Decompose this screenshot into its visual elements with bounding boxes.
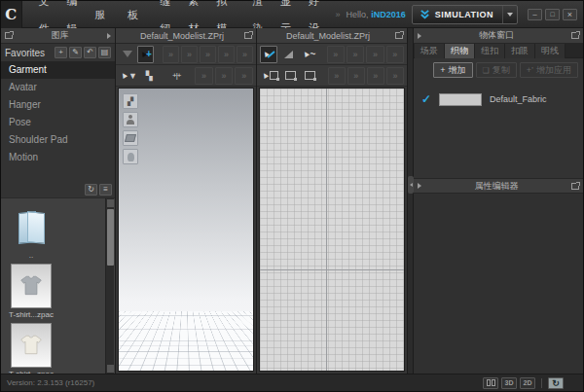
tab-topstitch[interactable]: 明线 [535, 44, 566, 58]
reset-favorite-button[interactable] [84, 47, 96, 58]
title-bar: C 文件 编辑 3D服装 2D板片 缝纫 素材 虚拟模特 渲染 显示 偏好设置 … [1, 1, 583, 28]
file-label: .. [29, 251, 33, 260]
edit-curve-tool-button[interactable] [300, 46, 317, 63]
measure-tool-button[interactable] [167, 67, 186, 85]
list-view-icon[interactable] [99, 184, 112, 196]
select-garment-tool-button[interactable]: ▼ [119, 67, 138, 85]
main-content: 图库 Favorites Garment Avatar Hanger Pose … [1, 28, 583, 374]
edit-favorite-button[interactable] [69, 47, 82, 58]
file-browser-scrollbar[interactable] [105, 198, 114, 374]
property-editor-header: 属性编辑器 [414, 178, 583, 194]
library-item-motion[interactable]: Motion [1, 149, 115, 166]
simulation-dropdown-button[interactable] [502, 6, 517, 23]
tab-fabric[interactable]: 织物 [445, 44, 475, 58]
polygon-icon [270, 71, 278, 80]
close-button[interactable] [563, 9, 577, 20]
show-pattern-button[interactable] [123, 130, 138, 146]
sync-view-button[interactable] [548, 377, 564, 389]
scroll-down-icon[interactable] [107, 365, 114, 373]
split-view-button[interactable] [483, 377, 498, 389]
library-item-pose[interactable]: Pose [1, 114, 115, 131]
show-garment-button[interactable]: ▞ [123, 93, 138, 109]
object-window-title: 物体窗口 [421, 29, 571, 42]
delete-favorite-button[interactable] [98, 47, 111, 58]
simulation-button-main[interactable]: SIMULATION [413, 6, 502, 23]
floor-grid [118, 311, 254, 372]
show-garment-tool-button[interactable]: ▚ [140, 67, 159, 85]
disabled-tool-button [347, 46, 364, 63]
scroll-up-icon[interactable] [107, 199, 114, 207]
viewport-2d-toolbar-row1 [257, 44, 407, 65]
object-window-tabs: 场景 织物 纽扣 扣眼 明线 [414, 44, 583, 58]
collapse-arrow-icon[interactable] [107, 33, 111, 39]
add-fabric-button[interactable]: 增加 [433, 62, 472, 78]
disabled-tool-button [237, 46, 253, 63]
maximize-button[interactable] [545, 9, 560, 20]
tab-button[interactable]: 纽扣 [475, 44, 505, 58]
scrollbar-thumb[interactable] [107, 209, 114, 266]
more-icon [222, 71, 227, 81]
show-head-button[interactable] [123, 149, 138, 164]
head-icon [128, 153, 134, 161]
greeting-prefix: Hello, [347, 10, 369, 19]
tab-buttonhole[interactable]: 扣眼 [505, 44, 535, 58]
create-rectangle-tool-button[interactable] [281, 67, 299, 85]
add-apply-fabric-button: 增加应用 [520, 62, 578, 78]
fabric-list-item[interactable]: Default_Fabric [414, 89, 583, 109]
file-item-parent-folder[interactable]: .. [7, 204, 55, 260]
disabled-tool-button [347, 67, 365, 85]
more-icon [333, 50, 338, 59]
add-apply-label: 增加应用 [536, 64, 571, 77]
viewport-3d-panel: Default_Modelist.ZPrj ▼ ▚ [116, 28, 257, 374]
shirt-icon: ▞ [128, 97, 133, 106]
view-3d-button[interactable]: 3D [501, 377, 517, 389]
add-favorite-button[interactable] [55, 47, 67, 58]
pattern-plane-icon [125, 134, 136, 142]
app-logo[interactable]: C [1, 1, 22, 28]
grid-axis-vertical [326, 89, 327, 371]
library-item-garment[interactable]: Garment [1, 61, 115, 79]
select-move-tool-button[interactable] [137, 46, 154, 63]
disabled-tool-button [366, 46, 383, 63]
view-2d-button[interactable]: 2D [520, 377, 535, 389]
grid-axis-horizontal [260, 269, 404, 270]
rectangle-icon [285, 71, 296, 80]
file-browser: .. T-shirt...zpac T-shirt...zpac [1, 197, 115, 374]
viewport-2d-canvas[interactable] [259, 88, 405, 372]
edit-pattern-tool-button[interactable] [279, 46, 297, 63]
simulate-tool-button[interactable] [119, 46, 135, 63]
disabled-tool-button [235, 67, 253, 85]
create-circle-tool-button[interactable] [301, 67, 318, 85]
library-item-shoulder-pad[interactable]: Shoulder Pad [1, 131, 115, 149]
undock-icon[interactable] [5, 32, 13, 39]
file-item-tshirt-1[interactable]: T-shirt...zpac [7, 264, 55, 319]
undock-icon[interactable] [571, 32, 579, 39]
show-avatar-button[interactable] [123, 112, 138, 127]
simulation-button[interactable]: SIMULATION [412, 5, 518, 24]
simulate-chevrons-icon [420, 9, 430, 19]
more-icon [392, 50, 397, 59]
viewport-3d-header: Default_Modelist.ZPrj [116, 28, 256, 44]
viewport-3d-canvas[interactable]: ▞ [118, 88, 254, 372]
create-polygon-tool-button[interactable] [260, 67, 279, 85]
fabric-swatch[interactable] [439, 93, 482, 106]
undock-icon[interactable] [395, 32, 403, 39]
disabled-tool-button [218, 46, 235, 63]
library-item-avatar[interactable]: Avatar [1, 79, 115, 96]
file-item-tshirt-2[interactable]: T-shirt...zpac [7, 323, 55, 374]
panel-splitter[interactable] [408, 28, 414, 374]
transform-pattern-tool-button[interactable] [260, 46, 277, 63]
undock-icon[interactable] [571, 183, 579, 190]
menu-overflow-icon[interactable] [336, 10, 341, 19]
undock-icon[interactable] [244, 32, 252, 39]
library-item-hanger[interactable]: Hanger [1, 96, 115, 114]
tab-scene[interactable]: 场景 [415, 44, 445, 58]
username: iND2016 [371, 10, 406, 19]
minimize-button[interactable] [528, 9, 542, 20]
refresh-icon[interactable] [85, 184, 97, 196]
disabled-tool-button [215, 67, 234, 85]
splitter-handle-icon[interactable] [408, 176, 414, 194]
favorites-row: Favorites [1, 44, 115, 61]
checkmark-icon[interactable] [421, 92, 431, 106]
more-icon [353, 50, 358, 59]
